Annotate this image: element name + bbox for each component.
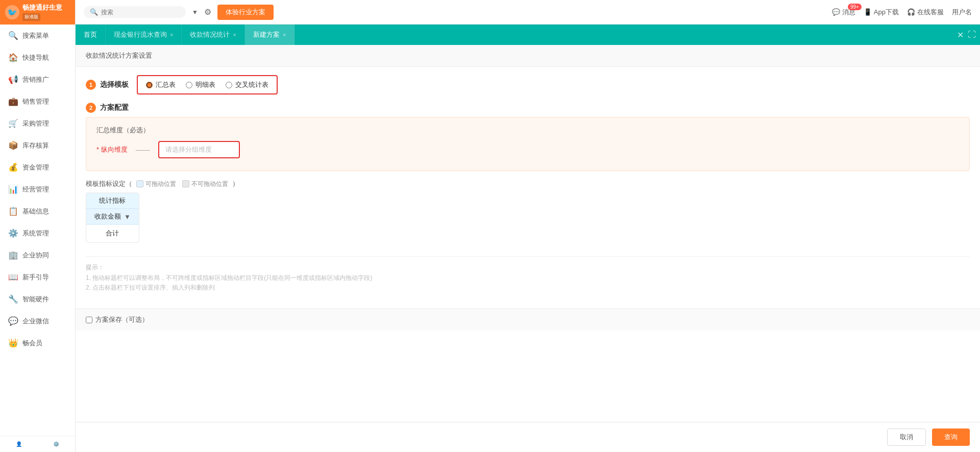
inventory-icon: 📦 xyxy=(8,140,18,150)
action-bar: 取消 查询 xyxy=(76,422,980,452)
sidebar-item-label: 智能硬件 xyxy=(22,295,49,304)
logo-text-block: 畅捷通好生意 标准版 xyxy=(22,4,62,21)
message-badge: 99+ xyxy=(848,4,862,10)
sidebar-item-purchase[interactable]: 🛒 采购管理 xyxy=(0,112,75,134)
finance-icon: 💰 xyxy=(8,162,18,172)
service-item[interactable]: 🎧 在线客服 xyxy=(907,8,944,17)
sidebar-item-inventory[interactable]: 📦 库存核算 xyxy=(0,134,75,156)
sidebar-item-label: 营销推广 xyxy=(22,75,49,84)
query-button[interactable]: 查询 xyxy=(932,429,970,446)
sidebar-item-basic[interactable]: 📋 基础信息 xyxy=(0,200,75,222)
sidebar-item-search[interactable]: 🔍 搜索菜单 xyxy=(0,25,75,46)
wechat-icon: 💬 xyxy=(8,316,18,326)
draggable-box-icon xyxy=(136,180,143,187)
sidebar-item-label: 搜索菜单 xyxy=(22,31,49,40)
avatar-icon: 👤 xyxy=(16,441,22,447)
sidebar-item-finance[interactable]: 💰 资金管理 xyxy=(0,156,75,178)
sidebar-item-label: 经营管理 xyxy=(22,185,49,194)
save-plan-checkbox[interactable] xyxy=(86,317,92,323)
trial-button[interactable]: 体验行业方案 xyxy=(217,5,274,20)
step1-block: 1 选择模板 汇总表 明细表 交叉统计表 xyxy=(86,75,970,94)
tab-window-close[interactable]: ✕ xyxy=(957,30,964,40)
enterprise-icon: 🏢 xyxy=(8,250,18,260)
search-input[interactable] xyxy=(101,9,178,16)
sidebar-bottom-settings[interactable]: ⚙️ xyxy=(53,441,59,447)
logo-icon: 🐦 xyxy=(5,5,19,19)
legend-draggable: 可拖动位置 xyxy=(136,180,176,188)
tab-receipt[interactable]: 收款情况统计 × xyxy=(182,25,244,45)
page-header: 收款情况统计方案设置 xyxy=(76,45,980,67)
tabbar: 首页 现金银行流水查询 × 收款情况统计 × 新建方案 × ✕ ⛶ xyxy=(76,25,980,45)
step2-num: 2 xyxy=(86,103,96,113)
sidebar-item-enterprise[interactable]: 🏢 企业协同 xyxy=(0,244,75,266)
breadcrumb: 收款情况统计方案设置 xyxy=(86,52,152,59)
step2-block: 2 方案配置 汇总维度（必选） * 纵向维度 —— 请选择分组维度 xyxy=(86,103,970,292)
indicator-cell-total: 合计 xyxy=(86,225,139,242)
sidebar-item-label: 基础信息 xyxy=(22,207,49,216)
step1-title: 选择模板 xyxy=(100,80,129,89)
sidebar-item-label: 快捷导航 xyxy=(22,53,49,62)
radio-summary: 汇总表 xyxy=(146,80,176,89)
column-header-cell[interactable]: 收款金额 ▼ xyxy=(86,209,139,225)
sidebar-item-management[interactable]: 📊 经营管理 xyxy=(0,178,75,200)
sidebar-item-label: 新手引导 xyxy=(22,273,49,282)
username-display[interactable]: 用户名 xyxy=(952,8,972,17)
main-area: 🔍 ▼ ⚙ 体验行业方案 💬 消息 99+ 📱 App下载 🎧 在线客服 用户名 xyxy=(76,0,980,452)
topbar-actions: 💬 消息 99+ 📱 App下载 🎧 在线客服 用户名 xyxy=(832,8,972,17)
radio-summary-input[interactable] xyxy=(146,82,153,88)
download-label: App下载 xyxy=(874,8,899,17)
message-item[interactable]: 💬 消息 99+ xyxy=(832,8,855,17)
footer: 方案保存（可选） xyxy=(76,308,980,330)
logo-main-text: 畅捷通好生意 xyxy=(22,4,62,12)
indicator-title: 模板指标设定（ xyxy=(86,179,132,188)
sidebar-item-guide[interactable]: 📖 新手引导 xyxy=(0,266,75,288)
sidebar-item-label: 畅会员 xyxy=(22,339,42,348)
radio-summary-label[interactable]: 汇总表 xyxy=(156,80,176,89)
sidebar-item-hardware[interactable]: 🔧 智能硬件 xyxy=(0,288,75,310)
tip-item-1: 1. 拖动标题栏可以调整布局，不可跨维度或指标区域拖动栏目字段(只能在同一维度或… xyxy=(86,274,970,282)
basic-icon: 📋 xyxy=(8,206,18,216)
tab-newplan[interactable]: 新建方案 × xyxy=(245,25,295,45)
sidebar-nav: 🔍 搜索菜单 🏠 快捷导航 📢 营销推广 💼 销售管理 🛒 采购管理 📦 库存核… xyxy=(0,25,75,436)
radio-detail-input[interactable] xyxy=(186,82,192,88)
download-item[interactable]: 📱 App下载 xyxy=(864,8,899,17)
main-section: 1 选择模板 汇总表 明细表 交叉统计表 xyxy=(76,67,980,308)
dimension-select-dropdown[interactable]: 请选择分组维度 xyxy=(158,141,240,158)
tab-cashbank[interactable]: 现金银行流水查询 × xyxy=(106,25,182,45)
tab-home-label: 首页 xyxy=(84,30,97,39)
step1-num: 1 xyxy=(86,80,96,90)
tab-receipt-close[interactable]: × xyxy=(233,32,236,38)
column-header-row: 收款金额 ▼ xyxy=(86,209,139,225)
sidebar-item-system[interactable]: ⚙️ 系统管理 xyxy=(0,222,75,244)
column-label: 收款金额 xyxy=(94,212,121,221)
tab-cashbank-close[interactable]: × xyxy=(170,32,173,38)
sidebar-item-label: 采购管理 xyxy=(22,119,49,128)
radio-cross-label[interactable]: 交叉统计表 xyxy=(235,80,268,89)
sidebar-item-wechat[interactable]: 💬 企业微信 xyxy=(0,310,75,332)
dimension-placeholder: 请选择分组维度 xyxy=(165,146,212,153)
cell-total-label: 合计 xyxy=(106,229,119,237)
cancel-button[interactable]: 取消 xyxy=(887,429,926,446)
radio-detail-label[interactable]: 明细表 xyxy=(195,80,215,89)
topbar-search[interactable]: 🔍 xyxy=(84,6,186,18)
system-icon: ⚙️ xyxy=(8,228,18,238)
save-plan-label[interactable]: 方案保存（可选） xyxy=(95,315,149,324)
radio-cross-input[interactable] xyxy=(226,82,232,88)
tab-window-maximize[interactable]: ⛶ xyxy=(968,30,976,39)
sidebar-item-label: 库存核算 xyxy=(22,141,49,150)
sidebar-item-sales[interactable]: 💼 销售管理 xyxy=(0,90,75,112)
sidebar-item-marketing[interactable]: 📢 营销推广 xyxy=(0,68,75,90)
tab-newplan-close[interactable]: × xyxy=(283,32,286,38)
topbar-dropdown-icon[interactable]: ▼ xyxy=(192,9,198,16)
indicator-close-paren: ） xyxy=(232,179,239,188)
sidebar-item-member[interactable]: 👑 畅会员 xyxy=(0,332,75,354)
indicator-section: 模板指标设定（ 可拖动位置 不可拖动位置 ） xyxy=(86,179,970,244)
sidebar-logo: 🐦 畅捷通好生意 标准版 xyxy=(0,0,75,25)
fixed-box-icon xyxy=(182,180,189,187)
tab-home[interactable]: 首页 xyxy=(76,25,106,45)
tip-item-2: 2. 点击标题栏下拉可设置排序、插入列和删除列 xyxy=(86,283,970,292)
tips-section: 提示： 1. 拖动标题栏可以调整布局，不可跨维度或指标区域拖动栏目字段(只能在同… xyxy=(86,256,970,292)
sidebar-item-nav[interactable]: 🏠 快捷导航 xyxy=(0,46,75,68)
gear-icon[interactable]: ⚙ xyxy=(204,7,211,17)
sidebar-bottom-avatar[interactable]: 👤 xyxy=(16,441,22,447)
